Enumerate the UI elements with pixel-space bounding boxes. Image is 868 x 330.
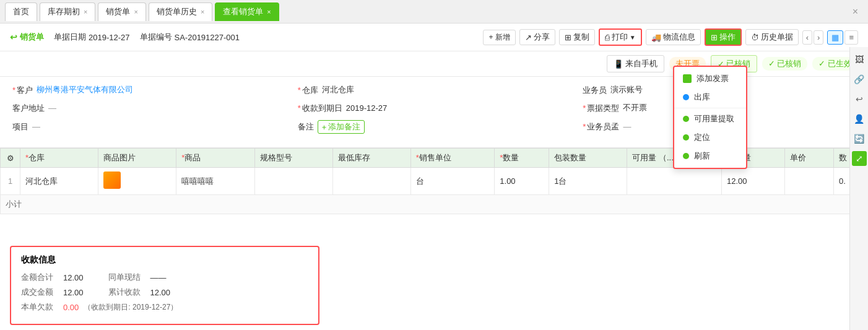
outbound-icon: [683, 94, 689, 100]
copy-icon: ⊞: [565, 33, 571, 42]
operate-icon: ⊞: [711, 33, 718, 42]
refresh-label: 刷新: [694, 150, 710, 162]
menu-divider-1: [674, 108, 746, 108]
address-field: 客户地址 —: [12, 103, 285, 114]
tab-inventory-close[interactable]: ×: [84, 8, 87, 15]
warehouse-value: 河北仓库: [322, 84, 354, 96]
sidebar-sync-icon[interactable]: 🔄: [852, 131, 867, 146]
add-note-icon: +: [322, 123, 327, 132]
tab-sales-label: 销货单: [106, 6, 130, 17]
grid-view-button[interactable]: ▦: [827, 30, 843, 45]
tab-sales[interactable]: 销货单 ×: [98, 2, 145, 21]
payment-container: 收款信息 金额合计 12.00 同单现结 —— 成交金额 12.00: [0, 238, 868, 330]
tab-home-label: 首页: [13, 6, 29, 17]
sidebar-expand-icon[interactable]: ⤢: [852, 151, 867, 166]
list-view-button[interactable]: ≡: [844, 30, 858, 45]
deal-amount-value: 12.00: [63, 288, 84, 297]
th-qty: *数量: [495, 149, 549, 168]
print-dropdown-icon: ▼: [630, 34, 636, 41]
outbound-label: 出库: [694, 92, 710, 103]
phone-icon: 📱: [614, 59, 623, 69]
tab-home[interactable]: 首页: [5, 2, 37, 21]
logistics-button[interactable]: 🚚 物流信息: [646, 29, 701, 45]
tab-history-close[interactable]: ×: [201, 8, 204, 15]
staff-label: 业务员: [583, 85, 607, 96]
ticket-value: 不开票: [623, 102, 647, 114]
locate-icon: [683, 134, 689, 141]
refresh-icon: [683, 153, 689, 159]
nav-arrows: ‹ ›: [802, 30, 824, 45]
cell-warehouse: 河北仓库: [20, 168, 98, 195]
payment-row-3: 本单欠款 0.00 （收款到期日: 2019-12-27）: [21, 302, 308, 313]
sidebar-return-icon[interactable]: ↩: [852, 92, 867, 106]
payment-row-2: 成交金额 12.00 累计收款 12.00: [21, 287, 308, 298]
share-button[interactable]: ↗ 分享: [519, 29, 555, 45]
logistics-label: 物流信息: [663, 32, 695, 43]
add-note-label: 添加备注: [328, 121, 360, 132]
payment-row-1: 金额合计 12.00 同单现结 ——: [21, 272, 308, 283]
add-note-button[interactable]: + 添加备注: [318, 120, 365, 134]
note-label: 备注: [298, 121, 314, 132]
tab-history[interactable]: 销货单历史 ×: [149, 2, 212, 21]
th-gear[interactable]: ⚙: [1, 149, 20, 168]
operate-button[interactable]: ⊞ 操作: [705, 28, 742, 46]
due-amount-item: 本单欠款 0.00 （收款到期日: 2019-12-27）: [21, 302, 178, 313]
window-close-button[interactable]: ×: [848, 6, 863, 17]
tab-history-label: 销货单历史: [157, 6, 197, 17]
refresh-item[interactable]: 刷新: [674, 147, 746, 165]
subtotal-row: 小计: [1, 195, 868, 214]
same-settle-value: ——: [150, 273, 167, 282]
doc-type-icon: ↩: [10, 32, 17, 42]
cell-price: [785, 168, 834, 195]
sidebar-image-icon[interactable]: 🖼: [852, 52, 867, 67]
prev-button[interactable]: ‹: [802, 30, 812, 45]
tab-sales-close[interactable]: ×: [134, 8, 137, 15]
doc-no-value: SA-20191227-001: [175, 33, 240, 42]
tab-view-sales[interactable]: 查看销货单 ×: [215, 2, 279, 21]
warehouse-label: 仓库: [298, 85, 318, 96]
staff-value: 演示账号: [610, 84, 643, 96]
doc-no-item: 单据编号 SA-20191227-001: [140, 32, 240, 43]
doc-date-item: 单据日期 2019-12-27: [54, 32, 130, 43]
outbound-item[interactable]: 出库: [674, 88, 746, 106]
cell-qty: 1.00: [495, 168, 549, 195]
doc-type-label: 销货单: [20, 32, 44, 43]
add-invoice-item[interactable]: 添加发票: [674, 69, 746, 88]
th-min-stock: 最低库存: [332, 149, 410, 168]
doc-header: ↩ 销货单 单据日期 2019-12-27 单据编号 SA-20191227-0…: [0, 24, 868, 51]
next-button[interactable]: ›: [814, 30, 823, 45]
warehouse-field: 仓库 河北仓库: [298, 84, 571, 96]
cell-img: [98, 168, 176, 195]
customer-label: 客户: [12, 85, 33, 96]
new-button[interactable]: + 新增: [483, 30, 515, 45]
cell-min-stock: [332, 168, 410, 195]
address-value: —: [48, 103, 56, 113]
available-extract-item[interactable]: 可用量提取: [674, 110, 746, 128]
doc-meta: 单据日期 2019-12-27 单据编号 SA-20191227-001: [54, 32, 483, 43]
sidebar-link-icon[interactable]: 🔗: [852, 72, 867, 87]
cumulative-item: 累计收款 12.00: [108, 287, 171, 298]
customer-value[interactable]: 柳州粤港平安气体有限公司: [37, 84, 133, 96]
print-label: 打印: [612, 32, 628, 43]
locate-item[interactable]: 定位: [674, 128, 746, 147]
main-content: ↩ 销货单 单据日期 2019-12-27 单据编号 SA-20191227-0…: [0, 24, 868, 330]
cumulative-label: 累计收款: [108, 287, 145, 298]
available-icon: [683, 116, 689, 122]
payment-section: 收款信息 金额合计 12.00 同单现结 —— 成交金额 12.00: [10, 246, 319, 325]
deal-amount-label: 成交金额: [21, 287, 58, 298]
tab-view-sales-label: 查看销货单: [223, 6, 263, 17]
th-spec: 规格型号: [254, 149, 332, 168]
payment-due-field: 收款到期日 2019-12-27: [298, 103, 571, 114]
doc-no-label: 单据编号: [140, 32, 172, 43]
from-phone-button[interactable]: 📱 来自手机: [607, 55, 664, 72]
tab-inventory[interactable]: 库存期初 ×: [40, 2, 95, 21]
sidebar-user-icon[interactable]: 👤: [852, 111, 867, 126]
cell-spec: [254, 168, 332, 195]
copy-button[interactable]: ⊞ 复制: [559, 29, 595, 45]
due-hint: （收款到期日: 2019-12-27）: [84, 302, 178, 313]
history-button[interactable]: ⏱ 历史单据: [745, 29, 799, 45]
table-row: 1 河北仓库 嘻嘻嘻嘻 台 1.00 1台 12.00: [1, 168, 868, 195]
print-button[interactable]: ⎙ 打印 ▼: [599, 28, 642, 46]
tab-view-sales-close[interactable]: ×: [267, 8, 271, 15]
project-field: 项目 —: [12, 121, 285, 132]
